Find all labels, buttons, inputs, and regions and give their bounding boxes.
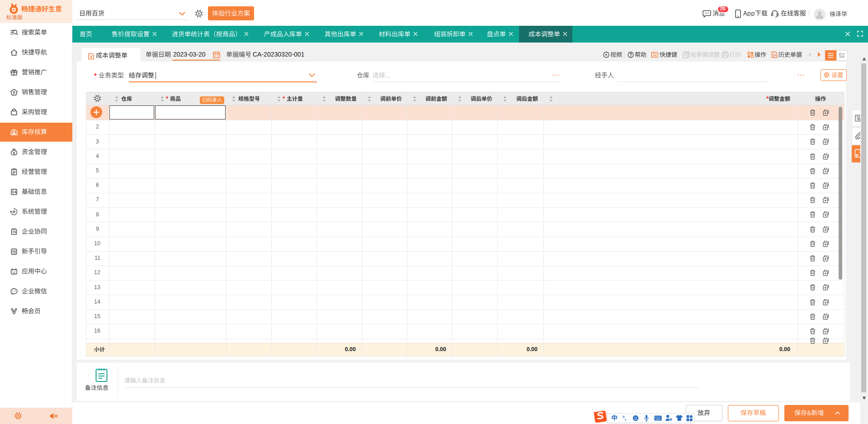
svg-text:15: 15 bbox=[670, 418, 672, 421]
